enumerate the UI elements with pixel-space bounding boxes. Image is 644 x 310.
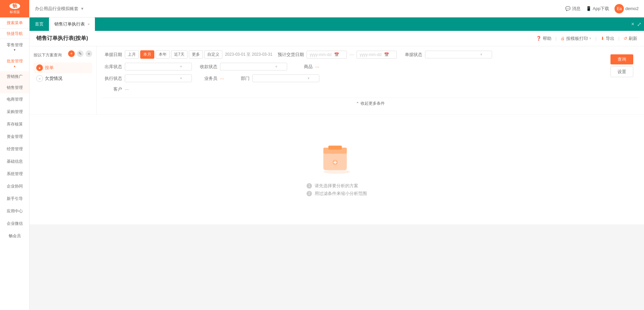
department-label: 部门 (229, 75, 250, 82)
user-avatar[interactable]: Ea demo2 (614, 4, 639, 13)
date-btn-7days[interactable]: 近7天 (171, 50, 187, 59)
ship-status-select[interactable]: ▾ (125, 63, 192, 70)
filter-row-2: 出库状态 ▾ 收款状态 (102, 63, 605, 70)
sidebar-item-base-info[interactable]: 基础信息 (0, 155, 29, 168)
collapse-plan-button[interactable]: « (86, 50, 92, 57)
goods-picker-icon[interactable]: ··· (315, 64, 319, 69)
filter-section: 按以下方案查询 + ✎ « ● 按单 ○ 欠货情况 (30, 46, 644, 114)
avatar-image: Ea (614, 4, 624, 13)
divider1: | (555, 36, 556, 41)
sidebar-quick-nav[interactable]: 快捷导航 (0, 29, 29, 39)
app-download-action[interactable]: 📱 App下载 (586, 6, 609, 12)
print-action[interactable]: 🖨 按模板打印 ▾ (560, 36, 591, 42)
sidebar-item-operations[interactable]: 经营管理 (0, 143, 29, 155)
sidebar-item-finance[interactable]: 资金管理 (0, 131, 29, 143)
expected-date-end[interactable]: yyyy-mm-dd 📅 (357, 51, 397, 59)
sidebar-item-system[interactable]: 系统管理 (0, 168, 29, 180)
sidebar-item-sales[interactable]: 销售管理 (0, 82, 29, 93)
breadcrumb-dropdown-icon[interactable]: ▾ (81, 6, 84, 11)
filter-right-panel: 单据日期 上月 本月 本年 近7天 更多 自定义 2023-03-01 至 20… (97, 46, 644, 114)
sidebar-item-retail[interactable]: 零售管理 ▾ (0, 39, 29, 55)
empty-svg-icon (317, 142, 357, 175)
sidebar-item-newbie[interactable]: 新手引导 (0, 193, 29, 205)
filter-plan-title: 按以下方案查询 + ✎ « (34, 50, 92, 60)
sidebar-item-marketing[interactable]: 营销推广 (0, 71, 29, 82)
divider2: | (595, 36, 596, 41)
filter-row-1: 单据日期 上月 本月 本年 近7天 更多 自定义 2023-03-01 至 20… (102, 50, 605, 59)
date-btn-this-year[interactable]: 本年 (156, 50, 170, 59)
sidebar-item-ecommerce[interactable]: 电商管理 (0, 93, 29, 106)
chevron-icon: ▾ (14, 48, 15, 52)
plan-item-backorder[interactable]: ○ 欠货情况 (34, 73, 92, 84)
tab-close-icon[interactable]: × (88, 22, 90, 26)
filter-date-field: 单据日期 上月 本月 本年 近7天 更多 自定义 2023-03-01 至 20… (102, 50, 272, 59)
filter-plan-panel: 按以下方案查询 + ✎ « ● 按单 ○ 欠货情况 (30, 46, 97, 114)
date-btn-last-month[interactable]: 上月 (125, 50, 139, 59)
sidebar-item-inventory[interactable]: 库存核算 (0, 118, 29, 131)
sidebar-logo: 畅 标准版 (0, 0, 29, 17)
tab-close-all-icon[interactable]: × (631, 21, 634, 27)
plan-active-icon: ● (36, 64, 43, 71)
select-arrow-ship-icon: ▾ (180, 64, 182, 69)
refresh-action[interactable]: ↺ 刷新 (624, 36, 637, 42)
top-header: 办公用品行业模拟账套 ▾ 💬 消息 📱 App下载 Ea demo2 (30, 0, 644, 17)
sidebar-item-corp-collab[interactable]: 企业协同 (0, 180, 29, 193)
customer-picker-icon[interactable]: ··· (125, 87, 129, 92)
breadcrumb: 办公用品行业模拟账套 ▾ (35, 6, 84, 12)
query-button[interactable]: 查询 (610, 54, 633, 64)
page-content: 销售订单执行表(按单) ❓ 帮助 | 🖨 按模板打印 ▾ | ⬇ 导出 | (30, 31, 644, 310)
empty-hints: 1 请先选择要分析的方案 2 用过滤条件来缩小分析范围 (307, 182, 367, 198)
sidebar-search[interactable]: 搜索菜单 (0, 17, 29, 29)
help-action[interactable]: ❓ 帮助 (536, 36, 551, 42)
hint-item-1: 1 请先选择要分析的方案 (307, 182, 367, 190)
plan-item-by-order[interactable]: ● 按单 (34, 62, 92, 73)
department-select[interactable]: ▾ (252, 74, 319, 82)
edit-plan-button[interactable]: ✎ (77, 50, 84, 57)
sidebar-item-purchase[interactable]: 采购管理 (0, 106, 29, 118)
filter-row-4: 客户 ··· (102, 86, 605, 92)
svg-rect-3 (328, 146, 342, 150)
query-btn-area: 查询 设置 (605, 50, 639, 81)
page-title: 销售订单执行表(按单) (36, 35, 88, 42)
filter-department-field: 部门 ▾ (229, 74, 319, 82)
salesperson-picker-icon[interactable]: ··· (220, 76, 224, 81)
doc-status-select[interactable]: ▾ (425, 51, 492, 58)
filter-row-3: 执行状态 ▾ 业务员 ··· (102, 74, 605, 82)
filter-exec-status-field: 执行状态 ▾ (102, 74, 192, 82)
print-dropdown-icon: ▾ (589, 36, 591, 41)
date-btn-more[interactable]: 更多 (189, 50, 203, 59)
expected-date-start[interactable]: yyyy-mm-dd 📅 (307, 51, 347, 59)
tab-expand-icon[interactable]: ⤢ (637, 21, 641, 28)
date-btn-custom[interactable]: 自定义 (204, 50, 222, 59)
filter-doc-status-field: 单据状态 ▾ (402, 51, 492, 58)
print-icon: 🖨 (560, 36, 565, 41)
export-action[interactable]: ⬇ 导出 (601, 36, 614, 42)
message-action[interactable]: 💬 消息 (565, 6, 581, 12)
date-btn-this-month[interactable]: 本月 (140, 50, 154, 59)
select-arrow-dept-icon: ▾ (308, 76, 310, 81)
logo-text: 标准版 (10, 10, 20, 14)
plan-inactive-icon: ○ (36, 75, 43, 82)
set-button[interactable]: 设置 (610, 66, 633, 77)
empty-state: 1 请先选择要分析的方案 2 用过滤条件来缩小分析范围 (30, 115, 644, 224)
collapse-filter-button[interactable]: ⌃ 收起更多条件 (102, 99, 639, 108)
chevron-icon: ▴ (14, 64, 15, 68)
exec-status-select[interactable]: ▾ (125, 74, 192, 82)
sidebar-item-member[interactable]: 畅会员 (0, 230, 29, 242)
sidebar-item-wechat[interactable]: 企业微信 (0, 217, 29, 230)
breadcrumb-text: 办公用品行业模拟账套 (35, 6, 78, 12)
add-plan-button[interactable]: + (68, 50, 75, 57)
main-area: 办公用品行业模拟账套 ▾ 💬 消息 📱 App下载 Ea demo2 首页 (30, 0, 644, 310)
hint-num-2: 2 (307, 191, 312, 196)
tab-home[interactable]: 首页 (30, 17, 49, 31)
collect-status-select[interactable]: ▾ (220, 63, 287, 70)
calendar-icon: 📅 (334, 52, 339, 57)
sidebar-item-app-center[interactable]: 应用中心 (0, 205, 29, 217)
message-icon: 💬 (565, 6, 571, 11)
sidebar-sub-wholesale: 营销推广 销售管理 (0, 71, 29, 93)
sidebar-item-wholesale[interactable]: 批发管理 ▴ (0, 55, 29, 71)
date-separator: — (350, 52, 354, 57)
tab-sales-exec[interactable]: 销售订单执行表 × (49, 17, 95, 31)
filter-fields-area: 单据日期 上月 本月 本年 近7天 更多 自定义 2023-03-01 至 20… (102, 50, 605, 96)
filter-goods-field: 商品 ··· (292, 64, 319, 70)
